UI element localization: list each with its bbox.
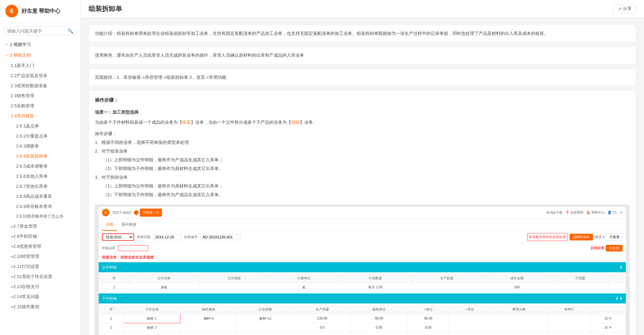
sidebar-item-cases[interactable]: + 2.15操作案例 <box>0 302 80 312</box>
col-prod-qty: 生产数量 <box>412 274 482 283</box>
sidebar-item-mobile[interactable]: + 2.8手机旺铺 <box>0 231 80 241</box>
sidebar-item-sales[interactable]: 2.4销售管理 <box>0 91 80 101</box>
sidebar-item-finance[interactable]: + 2.7资金管理 <box>0 221 80 231</box>
col-unit6: +单位 <box>449 305 491 314</box>
table-row: 1 床板 套 每月 1.00 100 <box>99 283 626 292</box>
main-area: 组装拆卸单 ↗ 分享 功能介绍：组装拆卸单用来处理企业组装或拆卸等加工业务，支持… <box>80 0 644 335</box>
mock-select-bom-btn[interactable]: 选择料清单 <box>570 234 593 240</box>
mock-confirm-btn[interactable]: 只发货 <box>606 233 623 241</box>
expand-icon-docs: − <box>5 53 8 58</box>
sidebar-item-install[interactable]: 2.2产品安装及登录 <box>0 71 80 81</box>
mock-close-icon[interactable]: ✕ <box>620 209 623 216</box>
sidebar-sub-label: 2.2产品安装及登录 <box>11 73 47 79</box>
mock-help-icon: ❓ 在线帮助 <box>565 209 584 216</box>
step3: 3、对于拆卸业务 <box>95 173 630 182</box>
mock-tab-series[interactable]: 系列单据 <box>117 219 140 231</box>
mock-type-select[interactable]: 组装/拆卸 <box>102 233 134 241</box>
sidebar-subsub-label: 2.6.8商品成本重算 <box>16 193 52 200</box>
mock-processing-annotation: 启用处理 <box>590 245 604 252</box>
steps-block: 操作步骤： 场景一：加工类型选择 当由多个子件材料组装成一个成品的业务为【组装】… <box>89 90 636 335</box>
mock-upper-table-wrapper: 序 父件名称 父件规格 计量单位 计划数量 生产数量 成本金额 可用量 <box>99 272 626 293</box>
expand-icon: + <box>11 234 13 239</box>
mock-orange-btn[interactable]: 同票建一方 <box>140 209 162 217</box>
col-actions <box>608 274 626 283</box>
cell-aux: 90.00 <box>351 314 407 323</box>
mock-date-input[interactable] <box>153 234 181 240</box>
sidebar-item-purchase[interactable]: 2.5采购管理 <box>0 101 80 111</box>
sidebar-item-payment[interactable]: + 2.13在线支付 <box>0 282 80 292</box>
sidebar-item-stock-query[interactable]: 2.6.9库存账本查询 <box>0 202 80 212</box>
sidebar-item-cost-adjust[interactable]: 2.6.5成本调整单 <box>0 161 80 171</box>
sidebar-item-videos[interactable]: + 1.视频学习 <box>0 39 80 50</box>
sidebar-subsub-label: 2.6.4组装拆卸单 <box>16 153 48 159</box>
sidebar-item-assembly[interactable]: 2.6.4组装拆卸单 <box>0 151 80 161</box>
mock-test-id: TEST-H002 <box>112 209 131 216</box>
mock-tab-natural[interactable]: 自然 <box>102 219 117 231</box>
mock-lower-section: 子件明细 ⬇ ⬆ <box>99 293 626 303</box>
cell-child-name: 板材 1 <box>123 314 180 323</box>
mock-apply-btn[interactable]: 只发货 <box>606 245 623 252</box>
sidebar-item-custom[interactable]: + 2.12系统个性化设置 <box>0 272 80 282</box>
col-child-name: 子件名称 <box>123 305 180 314</box>
cell-prod3: 0.0 <box>294 323 351 332</box>
sidebar-sub-label: 2.3使用前数据准备 <box>11 83 47 89</box>
sidebar-item-stocktake[interactable]: 2.6.1盘点单 <box>0 121 80 131</box>
sidebar-header: 6 好生意 帮助中心 <box>0 0 80 22</box>
expand-icon: + <box>11 254 13 259</box>
mock-warehouse-label: 外购品库 <box>102 245 115 252</box>
step2-2: （2）下部明细为子件明细，最终作为原材料生成其它出库单。 <box>95 164 630 173</box>
search-box[interactable]: 🔍 <box>4 26 76 35</box>
col-prod-usage: 生产用量 <box>294 305 351 314</box>
sidebar-subsub-label: 2.6.1盘点单 <box>16 123 39 129</box>
mock-warehouse-row: 外购品库 启用处理 只发货 <box>99 243 626 253</box>
page-title: 组装拆卸单 <box>89 4 122 13</box>
mock-annotation-row: 组装业务、拆卸业务在这里选择 <box>99 253 626 262</box>
sidebar-item-docs[interactable]: − 2.帮助文档 <box>0 50 80 61</box>
sidebar-sub-label: 2.8手机旺铺 <box>13 233 37 239</box>
sidebar-item-print[interactable]: + 2.11打印设置 <box>0 262 80 272</box>
scenario1-desc: 当由多个子件材料组装成一个成品的业务为【组装】业务，当由一个父件拆分成多个子产品… <box>95 118 630 127</box>
sidebar-item-faq[interactable]: + 2.14常见问题 <box>0 292 80 302</box>
col-unit5: +单位 <box>408 305 449 314</box>
sidebar-item-other-in[interactable]: 2.6.6其他入库单 <box>0 171 80 181</box>
sidebar-sub-label: 2.6库存核算 <box>11 113 34 119</box>
screenshot-container: 6 TEST-H002 同票建一方 ⊞ App下载 ❓ 在线帮助 🏠 帮助中心 … <box>95 205 630 335</box>
cell-spec3 <box>180 323 237 332</box>
sidebar-sub-label: 2.13在线支付 <box>13 284 39 290</box>
sidebar-item-other-out[interactable]: 2.6.7其他出库单 <box>0 181 80 191</box>
mock-lower-expand[interactable]: ⬇ ⬆ <box>615 295 623 302</box>
sidebar-item-ops[interactable]: + 2.10经营管理 <box>0 252 80 262</box>
cell-u6 <box>449 314 491 323</box>
sidebar-item-inventory[interactable]: 2.6库存核算 <box>0 111 80 121</box>
mock-warehouse-input[interactable] <box>118 245 148 251</box>
mock-upper-table: 序 父件名称 父件规格 计量单位 计划数量 生产数量 成本金额 可用量 <box>99 274 626 292</box>
col-plan-usage: 计划用量 <box>237 305 294 314</box>
search-icon[interactable]: 🔍 <box>67 28 73 34</box>
path-block: 页面路径：1、库存核算->库存管理->组装拆卸单 2、首页->常用功能 <box>89 68 636 86</box>
mock-user-icon: 👤 CC <box>607 209 617 216</box>
sidebar-item-adjust[interactable]: 2.6.3调拨单 <box>0 141 80 151</box>
sidebar-sub-label: 2.7资金管理 <box>13 223 37 229</box>
search-input[interactable] <box>7 29 67 34</box>
mock-upper-expand[interactable]: ⬆ <box>620 264 623 271</box>
cell-spec2: 物料+x <box>180 314 237 323</box>
sidebar-sub-label: 2.15操作案例 <box>13 304 39 310</box>
mock-banner-area: 有装配清单的在这里处理 选择料清单 备选 ▾ 只发货 <box>243 233 623 241</box>
sidebar-item-newcomer[interactable]: 2.1新手入门 <box>0 61 80 71</box>
col-plan-qty: 计划数量 <box>339 274 412 283</box>
cell-act4: ☰ ✕ <box>591 323 626 332</box>
mock-order-input[interactable] <box>200 234 240 240</box>
sidebar-item-account-err[interactable]: 2.6.10库存账本错了怎么办 <box>0 212 80 221</box>
sidebar-item-cost-recalc[interactable]: 2.6.8商品成本重算 <box>0 191 80 202</box>
table-row: 3 <box>99 332 626 335</box>
mock-logo: 6 <box>102 209 109 216</box>
sidebar-item-split-stocktake[interactable]: 2.6.2分量盘点单 <box>0 131 80 141</box>
step3-1: （1）上部明细为父件明细，最终作为原材料生成其它出库单； <box>95 182 630 190</box>
sidebar-sub-label: 2.5采购管理 <box>11 103 34 109</box>
sidebar-item-coupon[interactable]: + 2.9优惠券管理 <box>0 241 80 252</box>
sidebar-item-data-prep[interactable]: 2.3使用前数据准备 <box>0 81 80 91</box>
col-parent-name: 父件名称 <box>129 274 199 283</box>
mock-tabs: 自然 系列单据 <box>99 219 626 231</box>
share-button[interactable]: ↗ 分享 <box>613 4 636 13</box>
cell-mu2 <box>547 323 591 332</box>
